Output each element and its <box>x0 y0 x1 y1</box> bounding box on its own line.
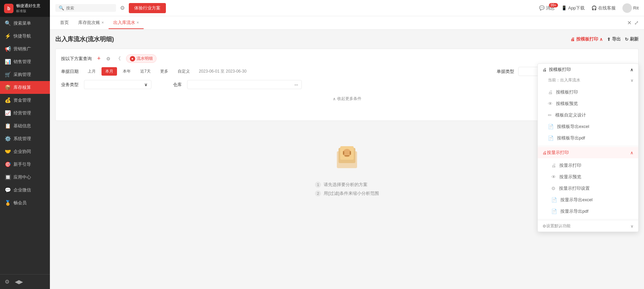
dropdown-up-arrow: ∧ <box>630 67 634 72</box>
sidebar-label-wechat: 企业微信 <box>13 187 31 193</box>
expand-window-icon[interactable]: ⤢ <box>634 20 639 26</box>
date-tag-year[interactable]: 本年 <box>119 67 135 76</box>
dropdown-footer[interactable]: ⚙ 设置默认功能 ∨ <box>538 220 638 232</box>
empty-step-2: 2 用[过滤]条件来缩小分析范围 <box>315 190 379 196</box>
sidebar-label-corp: 企业协同 <box>13 149 31 155</box>
app-download-label: App下载 <box>568 5 585 11</box>
display-print-item[interactable]: 🖨 按显示打印 <box>538 160 638 171</box>
biz-type-label: 业务类型 <box>61 82 79 88</box>
download-icon: 📱 <box>561 5 567 10</box>
display-group-header[interactable]: 🖨 按显示打印 ∧ <box>538 147 638 158</box>
sidebar-item-marketing[interactable]: 📢营销推广 <box>0 43 50 55</box>
filter-chip-flow[interactable]: ● 流水明细 <box>126 54 156 63</box>
search-input[interactable] <box>66 6 113 10</box>
basic-icon: 📋 <box>5 123 11 129</box>
filter-settings-icon[interactable]: ⚙ <box>106 56 111 61</box>
headset-icon: 🎧 <box>591 5 597 10</box>
display-pdf-item[interactable]: 📄 按显示导出pdf <box>538 206 638 217</box>
search-icon: 🔍 <box>59 5 64 10</box>
export-label: 导出 <box>612 36 621 42</box>
filter-add-btn[interactable]: + <box>97 55 101 62</box>
date-tag-prev-month[interactable]: 上月 <box>84 67 99 76</box>
search-box[interactable]: 🔍 <box>55 4 116 12</box>
sidebar-label-quick-nav: 快捷导航 <box>13 33 31 39</box>
user-name: Rit <box>633 5 639 10</box>
current-label: 当前：出入库流水 <box>548 77 580 83</box>
template-preview-item-label: 按模板预览 <box>556 101 578 107</box>
sidebar-item-finance[interactable]: 💰资金管理 <box>0 94 50 107</box>
display-preview-item[interactable]: 👁 按显示预览 <box>538 171 638 183</box>
sidebar-label-system: 系统管理 <box>13 136 31 142</box>
display-settings-icon: ⚙ <box>551 186 556 191</box>
online-service-btn[interactable]: 🎧 在线客服 <box>591 5 616 11</box>
template-custom-item-label: 模板自定义设计 <box>555 112 586 118</box>
sidebar-item-quick-nav[interactable]: ⚡快捷导航 <box>0 30 50 43</box>
footer-arrow: ∨ <box>631 224 634 229</box>
chip-label: 流水明细 <box>137 56 153 61</box>
avatar <box>622 3 632 13</box>
trial-btn[interactable]: 体验行业方案 <box>129 3 166 13</box>
sidebar-item-operation[interactable]: 📈经营管理 <box>0 107 50 120</box>
message-btn[interactable]: 💬 消息 99+ <box>539 5 555 11</box>
sidebar-item-system[interactable]: ⚙️系统管理 <box>0 132 50 145</box>
refresh-label: 刷新 <box>630 36 639 42</box>
tab-in-out-flow[interactable]: 出入库流水 × <box>109 17 144 29</box>
date-tag-cur-month[interactable]: 本月 <box>101 67 117 76</box>
close-window-icon[interactable]: ✕ <box>627 20 632 26</box>
display-excel-icon: 📄 <box>551 197 557 203</box>
template-print-btn[interactable]: 🖨 按模板打印 ∧ <box>570 36 603 42</box>
sidebar-item-corp[interactable]: 🤝企业协同 <box>0 145 50 158</box>
empty-illustration <box>330 141 364 175</box>
sidebar-item-appstore[interactable]: 🔲应用中心 <box>0 171 50 184</box>
template-section: 🖨 按模板打印 👁 按模板预览 ✏ 模板自定义设计 📄 按模板导出excel 📄 <box>538 85 638 145</box>
date-tag-custom[interactable]: 自定义 <box>174 67 194 76</box>
quick-nav-icon: ⚡ <box>5 33 11 39</box>
template-custom-item[interactable]: ✏ 模板自定义设计 <box>538 109 638 121</box>
date-tag-7days[interactable]: 近7天 <box>137 67 154 76</box>
template-excel-item[interactable]: 📄 按模板导出excel <box>538 121 638 132</box>
display-print-icon: 🖨 <box>551 163 556 168</box>
collapse-more-label: 收起更多条件 <box>337 96 361 102</box>
display-settings-item[interactable]: ⚙ 按显示打印设置 <box>538 183 638 194</box>
topbar-gear-icon[interactable]: ⚙ <box>120 5 125 11</box>
refresh-btn[interactable]: ↻ 刷新 <box>625 36 639 42</box>
svg-rect-4 <box>343 151 344 155</box>
tab-batch-close[interactable]: × <box>101 20 104 25</box>
filter-section-label: 按以下方案查询 <box>61 56 92 62</box>
sidebar-item-guide[interactable]: 🎯新手引导 <box>0 158 50 171</box>
dropdown-title: 🖨 按模板打印 <box>543 67 571 73</box>
sidebar-item-purchase[interactable]: 🛒采购管理 <box>0 68 50 81</box>
template-preview-item[interactable]: 👁 按模板预览 <box>538 98 638 109</box>
tab-flow-close[interactable]: × <box>137 20 139 25</box>
appstore-icon: 🔲 <box>5 174 11 180</box>
app-download-btn[interactable]: 📱 App下载 <box>561 5 585 11</box>
collapse-icon[interactable]: ◀▶ <box>15 279 23 285</box>
template-print-item[interactable]: 🖨 按模板打印 <box>538 86 638 98</box>
warehouse-select[interactable]: ··· <box>187 80 302 89</box>
sidebar-item-member[interactable]: 🏅畅会员 <box>0 196 50 209</box>
dropdown-header-row[interactable]: 🖨 按模板打印 ∧ <box>538 64 638 75</box>
sidebar-item-wechat[interactable]: 💬企业微信 <box>0 184 50 196</box>
system-icon: ⚙️ <box>5 136 11 142</box>
filter-collapse-icon[interactable]: 《 <box>116 56 121 62</box>
sidebar-item-inventory[interactable]: 📦库存核算 <box>0 81 50 94</box>
tab-home[interactable]: 首页 <box>55 17 74 29</box>
date-tag-more[interactable]: 更多 <box>156 67 172 76</box>
wechat-icon: 💬 <box>5 187 11 193</box>
sidebar-item-basic[interactable]: 📋基础信息 <box>0 120 50 132</box>
sidebar-item-search[interactable]: 🔍搜索菜单 <box>0 17 50 30</box>
display-excel-item[interactable]: 📄 按显示导出excel <box>538 194 638 206</box>
sidebar-item-sales[interactable]: 📊销售管理 <box>0 55 50 68</box>
logo-icon: b <box>4 4 13 13</box>
gear-icon-footer: ⚙ <box>543 224 546 229</box>
template-pdf-item[interactable]: 📄 按模板导出pdf <box>538 132 638 144</box>
user-avatar-area[interactable]: Rit <box>622 3 639 13</box>
settings-icon[interactable]: ⚙ <box>5 279 9 285</box>
biz-type-select[interactable]: ∨ <box>84 80 151 89</box>
tab-batch-account[interactable]: 库存批次账 × <box>74 17 109 29</box>
template-print-item-label: 按模板打印 <box>556 89 578 95</box>
filter-row-1: 按以下方案查询 + ⚙ 《 ● 流水明细 <box>61 54 633 63</box>
export-btn[interactable]: ⬆ 导出 <box>607 36 621 42</box>
step2-num: 2 <box>315 190 321 196</box>
export-icon: ⬆ <box>607 37 611 42</box>
